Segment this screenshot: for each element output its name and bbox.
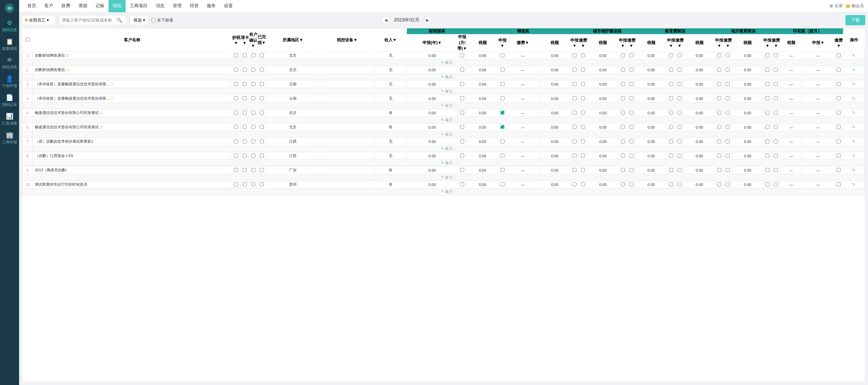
ledu-declare-cb[interactable] <box>717 125 721 129</box>
stamp-pay-cell[interactable] <box>772 124 780 131</box>
stamp-pay-cb[interactable] <box>774 96 778 100</box>
vat-declare-cell[interactable] <box>498 138 507 145</box>
stamp-pay2-cb[interactable] <box>837 154 841 158</box>
fin-year-cb[interactable] <box>460 154 464 158</box>
ledu-declare2-cell[interactable] <box>763 95 772 102</box>
edu-declare-cb[interactable] <box>669 125 673 129</box>
vat-declare-cb[interactable] <box>500 82 504 86</box>
stamp-pay2-cell[interactable] <box>835 124 843 131</box>
action-cell[interactable]: ✎ <box>843 138 865 145</box>
edu-pay-cb[interactable] <box>678 139 682 143</box>
user-confirm-checkbox[interactable] <box>251 82 255 86</box>
user-confirm-checkbox[interactable] <box>251 111 255 115</box>
nav-home[interactable]: 首页 <box>23 0 40 12</box>
vat-declare2-cell[interactable] <box>570 152 579 160</box>
copy-tax-checkbox[interactable] <box>234 68 238 72</box>
edu-declare-cell[interactable] <box>667 66 675 74</box>
ledu-declare-cb[interactable] <box>717 154 721 158</box>
stamp-pay-cb[interactable] <box>774 154 778 158</box>
stamp-pay-cell[interactable] <box>772 52 780 59</box>
vat-declare2-cb[interactable] <box>572 125 577 129</box>
fin-year-cell[interactable] <box>457 124 467 131</box>
copy-tax-cell[interactable] <box>232 52 240 59</box>
edu-declare-cb[interactable] <box>669 182 673 186</box>
user-confirm-cell[interactable] <box>249 167 257 174</box>
ledu-pay-cell[interactable] <box>724 181 732 188</box>
nav-business[interactable]: 工商项目 <box>126 0 152 12</box>
ledu-pay-cb[interactable] <box>726 154 730 158</box>
ledu-declare2-cell[interactable] <box>763 109 772 117</box>
ledu-declare2-cell[interactable] <box>763 152 772 160</box>
fin-year-cell[interactable] <box>457 109 467 117</box>
vat-declare-cell[interactable] <box>498 109 507 117</box>
fin-year-cell[interactable] <box>457 138 467 145</box>
city-pay-cb[interactable] <box>581 68 585 72</box>
ledu-declare2-cb[interactable] <box>765 68 769 72</box>
remark-pencil-icon[interactable]: ✎ <box>441 75 444 79</box>
city-declare-cell[interactable] <box>618 52 627 59</box>
vat-declare-cb[interactable] <box>500 125 504 129</box>
ledu-pay-cell[interactable] <box>724 52 732 59</box>
ledu-pay-cb[interactable] <box>726 53 730 57</box>
vat-declare2-cb[interactable] <box>572 82 577 86</box>
city-pay-cell[interactable] <box>579 81 587 88</box>
user-confirm-cell[interactable] <box>249 181 257 188</box>
edu-declare-cb[interactable] <box>669 111 673 115</box>
ledu-declare-cell[interactable] <box>715 95 724 102</box>
ledu-declare-cell[interactable] <box>715 167 724 174</box>
copy-tax-cell[interactable] <box>232 181 240 188</box>
vat-declare-cb[interactable] <box>500 53 504 57</box>
vat-declare2-cell[interactable] <box>570 81 579 88</box>
vat-declare-cb[interactable] <box>500 139 504 143</box>
city-declare-cb[interactable] <box>621 53 625 57</box>
copy-tax-cell[interactable] <box>232 167 240 174</box>
stamp-pay-cell[interactable] <box>772 81 780 88</box>
remark-pencil-icon[interactable]: ✎ <box>441 161 444 165</box>
city-pay2-cell[interactable] <box>627 95 636 102</box>
city-pay2-cell[interactable] <box>627 181 636 188</box>
sidebar-item-tax-settings[interactable]: ⚙ 报税设置 <box>0 16 19 35</box>
fin-year-cell[interactable] <box>457 167 467 174</box>
action-cell[interactable]: ✎ <box>843 66 865 74</box>
vat-declare-cell[interactable] <box>498 124 507 131</box>
sidebar-item-personal-tax[interactable]: 👤 个税申报 <box>0 72 19 91</box>
edu-declare-cb[interactable] <box>669 168 673 172</box>
city-pay2-cb[interactable] <box>629 139 634 143</box>
ledu-pay-cell[interactable] <box>724 95 732 102</box>
stamp-pay2-cb[interactable] <box>837 125 841 129</box>
stamp-pay-cell[interactable] <box>772 95 780 102</box>
ledu-declare-cb[interactable] <box>717 96 721 100</box>
nav-message[interactable]: 消息 <box>152 0 169 12</box>
copy-tax-cell[interactable] <box>232 152 240 160</box>
city-declare-cell[interactable] <box>618 124 627 131</box>
edu-declare-cb[interactable] <box>669 96 673 100</box>
ledu-declare2-cell[interactable] <box>763 181 772 188</box>
clear-card-checkbox[interactable] <box>243 96 247 100</box>
stamp-pay2-cb[interactable] <box>837 68 841 72</box>
stamp-pay-cb[interactable] <box>774 111 778 115</box>
city-pay-cb[interactable] <box>581 111 585 115</box>
copy-tax-checkbox[interactable] <box>234 111 238 115</box>
ledu-declare2-cb[interactable] <box>765 125 769 129</box>
fin-year-cb[interactable] <box>460 182 464 186</box>
clear-card-checkbox[interactable] <box>243 53 247 57</box>
city-declare-cb[interactable] <box>621 125 625 129</box>
ledu-pay-cb[interactable] <box>726 111 730 115</box>
city-pay2-cell[interactable] <box>627 109 636 117</box>
edu-pay-cell[interactable] <box>675 52 684 59</box>
copy-tax-checkbox[interactable] <box>234 182 238 186</box>
vat-declare-cell[interactable] <box>498 152 507 160</box>
paid-checkbox[interactable] <box>260 182 264 186</box>
edu-pay-cb[interactable] <box>678 154 682 158</box>
ledu-declare-cb[interactable] <box>717 68 721 72</box>
action-cell[interactable]: ✎ <box>843 81 865 88</box>
edu-pay-cell[interactable] <box>675 66 684 74</box>
copy-tax-checkbox[interactable] <box>234 125 238 129</box>
edu-declare-cb[interactable] <box>669 82 673 86</box>
edu-pay-cell[interactable] <box>675 95 684 102</box>
stamp-pay2-cell[interactable] <box>835 167 843 174</box>
edu-pay-cell[interactable] <box>675 138 684 145</box>
city-declare-cell[interactable] <box>618 167 627 174</box>
city-pay2-cell[interactable] <box>627 167 636 174</box>
vat-declare2-cell[interactable] <box>570 66 579 74</box>
